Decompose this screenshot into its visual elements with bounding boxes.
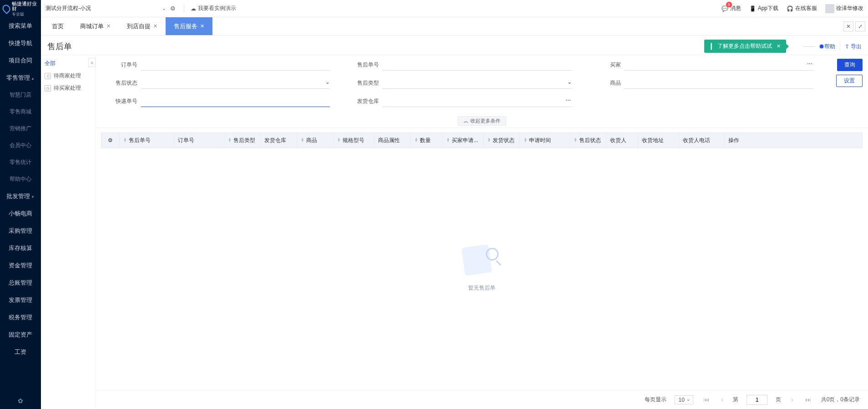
empty-text: 暂无售后单 — [468, 284, 495, 292]
clock-icon: ◷ — [45, 85, 51, 92]
col-order-no[interactable]: 订单号 — [174, 133, 224, 148]
last-page-button[interactable]: ⏭ — [803, 396, 813, 403]
query-button[interactable]: 查询 — [837, 59, 863, 71]
filter-seller-pending[interactable]: ⎙ 待商家处理 — [45, 72, 91, 80]
sidebar-settings-icon[interactable]: ✿ — [0, 393, 41, 409]
sidebar-item-project[interactable]: 项目合同 — [0, 52, 41, 69]
sidebar-item-help-center[interactable]: 帮助中心 — [0, 171, 41, 188]
settings-button[interactable]: 设置 — [836, 75, 863, 87]
sidebar-item-store[interactable]: 智慧门店 — [0, 87, 41, 103]
messages-button[interactable]: 💬 消息 — [722, 5, 741, 12]
sidebar-item-wholesale[interactable]: 批发管理 — [0, 188, 41, 205]
sidebar-item-mall[interactable]: 零售商城 — [0, 103, 41, 120]
input-after-no[interactable] — [383, 59, 571, 71]
close-icon[interactable]: ✕ — [200, 23, 204, 29]
input-order-no[interactable] — [141, 59, 330, 71]
lookup-icon[interactable]: ⋯ — [807, 61, 813, 67]
col-after-status[interactable]: ▲▼售后状态 — [570, 133, 606, 148]
sidebar-item-retail-stats[interactable]: 零售统计 — [0, 154, 41, 171]
gear-icon[interactable]: ⚙ — [170, 5, 176, 12]
demo-link-label: 我要看实例演示 — [198, 5, 236, 12]
col-apply-time[interactable]: ▲▼申请时间 — [520, 133, 570, 148]
sidebar-item-ledger[interactable]: 总账管理 — [0, 274, 41, 291]
callout-close-icon[interactable]: ✕ — [777, 43, 781, 49]
col-qty[interactable]: ▲▼数量 — [411, 133, 443, 148]
col-ship-wh[interactable]: 发货仓库 — [261, 133, 297, 148]
sidebar-item-retail[interactable]: 零售管理 — [0, 69, 41, 87]
first-page-button[interactable]: ⏮ — [701, 396, 711, 403]
input-goods[interactable] — [625, 77, 813, 89]
filter-all[interactable]: 全部 — [45, 60, 91, 67]
sidebar-item-invoice[interactable]: 发票管理 — [0, 291, 41, 309]
column-settings-button[interactable]: ⚙ — [101, 133, 120, 148]
sidebar-item-member[interactable]: 会员中心 — [0, 137, 41, 154]
table-header: ⚙ ▲▼售后单号 订单号 ▲▼售后类型 发货仓库 ▲▼商品 ▲▼规格型号 商品属… — [101, 133, 863, 148]
next-page-button[interactable]: › — [789, 396, 795, 403]
col-goods[interactable]: ▲▼商品 — [297, 133, 333, 148]
label-order-no: 订单号 — [101, 61, 137, 69]
tabs-close-button[interactable]: ✕ — [843, 21, 853, 31]
total-records: 共0页，0条记录 — [821, 396, 860, 404]
chevron-up-icon: ︽ — [464, 118, 469, 124]
col-after-no[interactable]: ▲▼售后单号 — [120, 133, 174, 148]
sidebar-item-inventory[interactable]: 库存核算 — [0, 240, 41, 257]
input-ship-wh[interactable]: ⋯ — [383, 95, 571, 107]
col-buyer-apply[interactable]: ▲▼买家申请... — [443, 133, 484, 148]
sidebar-item-salary[interactable]: 工资 — [0, 343, 41, 361]
label-buyer: 买家 — [585, 61, 621, 69]
prev-page-button[interactable]: ‹ — [719, 396, 725, 403]
close-icon[interactable]: ✕ — [106, 23, 111, 29]
tab-bar: 首页 商城订单✕ 到店自提✕ 售后服务✕ ✕ ⤢ — [41, 17, 868, 36]
close-icon[interactable]: ✕ — [153, 23, 157, 29]
label-express-no: 快递单号 — [101, 97, 137, 105]
sidebar-item-funds[interactable]: 资金管理 — [0, 257, 41, 274]
sidebar-item-assets[interactable]: 固定资产 — [0, 326, 41, 343]
export-button[interactable]: ⇪ 导出 — [845, 43, 862, 51]
sidebar-item-ecommerce[interactable]: 小畅电商 — [0, 205, 41, 222]
sidebar-item-tax[interactable]: 税务管理 — [0, 309, 41, 326]
select-after-status[interactable]: ⌄ — [141, 77, 330, 89]
col-goods-attr[interactable]: 商品属性 — [374, 133, 411, 148]
pagination: 每页显示 10 ⏮ ‹ 第 页 › ⏭ 共0页，0条记录 — [96, 390, 868, 409]
sidebar-item-quicknav[interactable]: 快捷导航 — [0, 35, 41, 52]
lookup-icon[interactable]: ⋯ — [565, 97, 572, 103]
tab-after-sales[interactable]: 售后服务✕ — [166, 17, 212, 35]
input-express-no[interactable] — [141, 95, 330, 107]
col-addr[interactable]: 收货地址 — [638, 133, 679, 148]
col-receiver[interactable]: 收货人 — [606, 133, 638, 148]
per-page-select[interactable]: 10 — [675, 395, 693, 404]
empty-illustration-icon — [461, 241, 502, 278]
tab-mall-orders[interactable]: 商城订单✕ — [72, 17, 119, 35]
topbar: 测试分开流程-小况 ⌄ ⚙ ☁ 我要看实例演示 💬 消息 📱 App下载 🎧 — [41, 0, 868, 17]
sidebar-item-marketing[interactable]: 营销推广 — [0, 120, 41, 137]
brand-edition: 专业版 — [12, 12, 24, 16]
panel-collapse-icon[interactable]: « — [88, 58, 96, 67]
col-phone[interactable]: 收货人电话 — [679, 133, 725, 148]
sidebar-item-search[interactable]: 搜索菜单 — [0, 17, 41, 35]
col-ship-status[interactable]: ▲▼发货状态 — [484, 133, 520, 148]
page-title: 售后单 — [47, 41, 72, 52]
chevron-down-icon: ⌄ — [567, 79, 572, 85]
page-input[interactable] — [747, 395, 767, 405]
col-after-type[interactable]: ▲▼售后类型 — [224, 133, 261, 148]
per-page-label: 每页显示 — [645, 396, 666, 404]
collapse-conditions-button[interactable]: ︽ 收起更多条件 — [458, 116, 506, 126]
empty-state: 暂无售后单 — [101, 148, 863, 385]
user-menu[interactable]: 徐泽华修改 — [825, 4, 863, 13]
tab-store-pickup[interactable]: 到店自提✕ — [119, 17, 166, 35]
callout-text: 了解更多点击帮助试试 — [717, 42, 772, 50]
filter-buyer-pending[interactable]: ◷ 待买家处理 — [45, 84, 91, 92]
col-spec[interactable]: ▲▼规格型号 — [333, 133, 374, 148]
headset-icon: 🎧 — [787, 5, 793, 12]
help-button[interactable]: 帮助 — [820, 43, 835, 51]
input-buyer[interactable]: ⋯ — [625, 59, 813, 71]
tabs-expand-button[interactable]: ⤢ — [855, 21, 865, 31]
tab-home[interactable]: 首页 — [44, 17, 72, 35]
app-download-button[interactable]: 📱 App下载 — [749, 5, 778, 12]
org-selector[interactable]: 测试分开流程-小况 ⌄ — [45, 5, 166, 12]
support-button[interactable]: 🎧 在线客服 — [787, 5, 817, 12]
demo-link[interactable]: ☁ 我要看实例演示 — [184, 5, 236, 12]
select-after-type[interactable]: ⌄ — [383, 77, 571, 89]
sidebar-item-purchase[interactable]: 采购管理 — [0, 222, 41, 240]
avatar-icon — [825, 4, 834, 13]
